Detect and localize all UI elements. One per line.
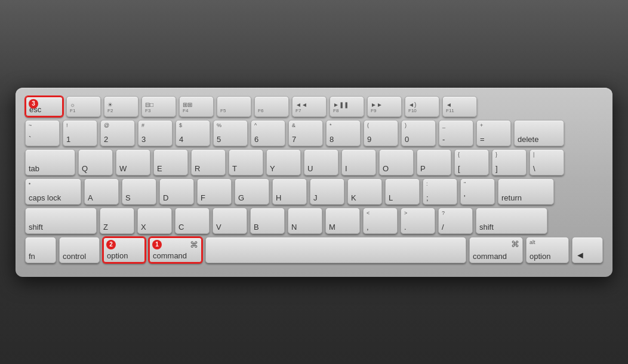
b-key[interactable]: B	[250, 208, 285, 234]
u-key[interactable]: U	[304, 149, 338, 175]
t-key[interactable]: T	[229, 149, 263, 175]
f8-key[interactable]: ►❚❚ F8	[330, 96, 364, 117]
return-key[interactable]: return	[498, 178, 554, 205]
f11-icon: ◄	[446, 101, 452, 108]
f6-label: F6	[258, 108, 263, 113]
f11-label: F11	[446, 108, 454, 113]
left-arrow-key[interactable]: ◄	[572, 237, 603, 263]
6-key[interactable]: ^ 6	[251, 120, 285, 146]
p-key[interactable]: P	[417, 149, 451, 175]
comma-key[interactable]: < ,	[363, 208, 398, 234]
f2-key[interactable]: ☀ F2	[104, 96, 138, 117]
right-bracket-key[interactable]: } ]	[492, 149, 527, 175]
f9-icon: ►►	[371, 101, 383, 108]
d-key[interactable]: D	[159, 178, 194, 205]
f7-label: F7	[295, 108, 301, 113]
f1-label: F1	[70, 108, 75, 113]
f1-icon: ☼	[70, 101, 75, 108]
space-key[interactable]	[205, 237, 466, 263]
v-key[interactable]: V	[213, 208, 247, 234]
fn-key-row: 3 esc ☼ F1 ☀ F2 ⊟□ F3 ⊞⊞ F4 F5	[25, 96, 603, 117]
f1-key[interactable]: ☼ F1	[66, 96, 101, 117]
2-key[interactable]: @ 2	[100, 120, 135, 146]
caps-lock-key[interactable]: • caps lock	[25, 178, 81, 205]
4-key[interactable]: $ 4	[176, 120, 210, 146]
f4-key[interactable]: ⊞⊞ F4	[179, 96, 214, 117]
q-key[interactable]: Q	[78, 149, 113, 175]
x-key[interactable]: X	[137, 208, 172, 234]
f10-label: F10	[408, 108, 417, 113]
a-key[interactable]: A	[84, 178, 119, 205]
left-command-key[interactable]: 1 ⌘ command	[149, 237, 202, 263]
c-key[interactable]: C	[175, 208, 210, 234]
f10-key[interactable]: ◄) F10	[405, 96, 439, 117]
n-key[interactable]: N	[288, 208, 322, 234]
right-option-key[interactable]: alt option	[526, 237, 569, 263]
f7-icon: ◄◄	[295, 101, 307, 108]
7-key[interactable]: & 7	[288, 120, 323, 146]
f5-key[interactable]: F5	[217, 96, 251, 117]
f6-key[interactable]: F6	[254, 96, 289, 117]
9-key[interactable]: ( 9	[364, 120, 398, 146]
home-key-row: • caps lock A S D F G H J	[25, 178, 603, 205]
esc-badge: 3	[29, 99, 38, 109]
f4-label: F4	[183, 108, 188, 113]
keyboard: 3 esc ☼ F1 ☀ F2 ⊟□ F3 ⊞⊞ F4 F5	[16, 88, 612, 277]
backslash-key[interactable]: | \	[530, 149, 564, 175]
quote-key[interactable]: " '	[460, 178, 495, 205]
o-key[interactable]: O	[379, 149, 414, 175]
equals-key[interactable]: + =	[476, 120, 511, 146]
f11-key[interactable]: ◄ F11	[442, 96, 477, 117]
left-bracket-key[interactable]: { [	[454, 149, 489, 175]
g-key[interactable]: G	[235, 178, 269, 205]
5-key[interactable]: % 5	[213, 120, 248, 146]
f7-key[interactable]: ◄◄ F7	[292, 96, 327, 117]
j-key[interactable]: J	[310, 178, 344, 205]
f3-label: F3	[145, 108, 150, 113]
option-badge: 2	[106, 240, 116, 249]
f3-key[interactable]: ⊟□ F3	[141, 96, 176, 117]
f8-icon: ►❚❚	[333, 101, 349, 108]
bottom-key-row: fn control 2 alt option 1 ⌘ command ⌘ co…	[25, 237, 603, 263]
f-key[interactable]: F	[197, 178, 232, 205]
e-key[interactable]: E	[153, 149, 188, 175]
shift-key-row: shift Z X C V B N M <	[25, 208, 603, 234]
control-key[interactable]: control	[59, 237, 100, 263]
f9-label: F9	[371, 108, 376, 113]
s-key[interactable]: S	[122, 178, 156, 205]
l-key[interactable]: L	[385, 178, 420, 205]
delete-key[interactable]: delete	[514, 120, 564, 146]
h-key[interactable]: H	[272, 178, 307, 205]
i-key[interactable]: I	[341, 149, 376, 175]
8-key[interactable]: * 8	[326, 120, 361, 146]
right-shift-key[interactable]: shift	[476, 208, 547, 234]
left-option-key[interactable]: 2 alt option	[103, 237, 146, 263]
0-key[interactable]: ) 0	[401, 120, 436, 146]
right-command-key[interactable]: ⌘ command	[469, 237, 523, 263]
f8-label: F8	[333, 108, 338, 113]
esc-key[interactable]: 3 esc	[25, 96, 63, 117]
qwerty-key-row: tab Q W E R T Y U I	[25, 149, 603, 175]
minus-key[interactable]: _ -	[439, 120, 473, 146]
f3-icon: ⊟□	[145, 101, 153, 108]
f2-label: F2	[107, 108, 113, 113]
f5-label: F5	[220, 108, 226, 113]
f9-key[interactable]: ►► F9	[367, 96, 402, 117]
y-key[interactable]: Y	[266, 149, 301, 175]
1-key[interactable]: ! 1	[63, 120, 97, 146]
w-key[interactable]: W	[116, 149, 150, 175]
slash-key[interactable]: ? /	[438, 208, 473, 234]
z-key[interactable]: Z	[100, 208, 134, 234]
fn-key[interactable]: fn	[25, 237, 56, 263]
tilde-key[interactable]: ~ `	[25, 120, 60, 146]
period-key[interactable]: > .	[401, 208, 435, 234]
3-key[interactable]: # 3	[138, 120, 173, 146]
semicolon-key[interactable]: : ;	[423, 178, 457, 205]
command-badge: 1	[152, 240, 162, 249]
m-key[interactable]: M	[325, 208, 360, 234]
tab-key[interactable]: tab	[25, 149, 75, 175]
k-key[interactable]: K	[347, 178, 382, 205]
r-key[interactable]: R	[191, 149, 226, 175]
keyboard-background: 3 esc ☼ F1 ☀ F2 ⊟□ F3 ⊞⊞ F4 F5	[0, 0, 628, 364]
left-shift-key[interactable]: shift	[25, 208, 97, 234]
